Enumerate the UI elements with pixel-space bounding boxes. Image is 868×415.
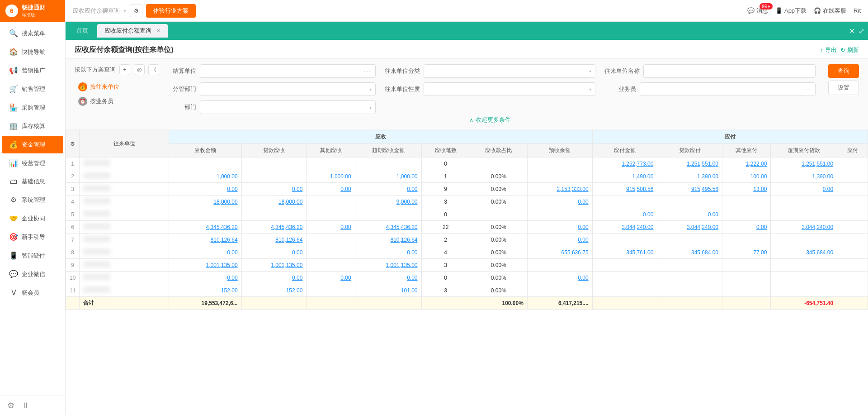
search-icon: 🔍 xyxy=(9,29,18,38)
partner-nature-input[interactable]: ▾ xyxy=(424,82,596,96)
basic-icon: 🗃 xyxy=(9,177,18,186)
logo-text: 畅捷通财 标准版 xyxy=(22,4,45,18)
topbar-right: 💬 消息 99+ 📱 App下载 🎧 在线客服 Rit xyxy=(747,7,861,15)
footer-pay-amount xyxy=(592,297,657,310)
filter-field-partner-name: 往来单位名称 xyxy=(604,64,816,78)
filter-tree-item-unit[interactable]: 💰 按往来单位 xyxy=(75,81,159,93)
tab-bar: 首页 应收应付余额查询 ✕ ✕ ⤢ xyxy=(66,22,868,40)
sidebar-item-marketing[interactable]: 📢 营销推广 xyxy=(2,62,63,79)
online-service-button[interactable]: 🎧 在线客服 xyxy=(814,7,846,15)
partner-name-label: 往来单位名称 xyxy=(604,67,640,75)
salesman-label: 业务员 xyxy=(604,85,636,93)
table-payable-group-header: 应付 xyxy=(592,130,868,144)
sidebar-item-guide[interactable]: 🎯 新手引导 xyxy=(2,228,63,246)
settings-icon[interactable]: ⚙ xyxy=(7,401,14,410)
tab-close-window-icon[interactable]: ✕ xyxy=(849,27,855,35)
filter-add-button[interactable]: + xyxy=(119,64,130,75)
topbar-left: 应收应付余额查询 ▾ ⚙ 体验行业方案 xyxy=(73,4,747,18)
sidebar-item-coop[interactable]: 🤝 企业协同 xyxy=(2,210,63,227)
sidebar-item-label: 快捷导航 xyxy=(22,48,45,56)
topbar: 应收应付余额查询 ▾ ⚙ 体验行业方案 💬 消息 99+ 📱 App下载 🎧 在… xyxy=(66,0,868,22)
sidebar-item-wechat[interactable]: 💬 企业微信 xyxy=(2,265,63,283)
export-button[interactable]: ↑ 导出 xyxy=(821,46,837,54)
main-content: 首页 应收应付余额查询 ✕ ✕ ⤢ 应收应付余额查询(按往来单位) ↑ 导出 ↻… xyxy=(66,22,868,415)
sidebar-item-nav[interactable]: 🏠 快捷导航 xyxy=(2,43,63,61)
refresh-icon: ↻ xyxy=(840,47,845,53)
partner-name-input[interactable] xyxy=(643,64,816,78)
filter-tree-item-staff[interactable]: ⏰ 按业务员 xyxy=(75,95,159,108)
footer-recv-prepay: 6,417,215.... xyxy=(527,297,592,310)
sidebar-bottom: ⚙ ⏸ xyxy=(0,396,65,415)
inventory-icon: 🏢 xyxy=(9,122,18,130)
sidebar-item-purchase[interactable]: 🏪 采购管理 xyxy=(2,99,63,116)
sidebar-item-fund[interactable]: 💰 资金管理 xyxy=(2,136,63,153)
settlement-input[interactable]: ··· xyxy=(200,64,376,78)
sidebar-item-search[interactable]: 🔍 搜索菜单 xyxy=(2,24,63,42)
settings-button[interactable]: 设置 xyxy=(828,81,859,95)
sidebar-item-basic[interactable]: 🗃 基础信息 xyxy=(2,173,63,190)
table-row: 30.000.000.000.0090.00%2,153,333.00915,5… xyxy=(66,183,868,196)
table-footer-row: 合计 19,553,472,6... 100.00% 6,417,215.... xyxy=(66,297,868,310)
footer-recv-total: 19,553,472,6... xyxy=(169,297,241,310)
tree-staff-icon: ⏰ xyxy=(78,97,87,106)
th-recv-ratio: 应收款占比 xyxy=(470,144,527,157)
sidebar-item-label: 销售管理 xyxy=(22,85,45,93)
tab-maximize-icon[interactable]: ⤢ xyxy=(859,27,864,35)
sidebar-item-label: 经营管理 xyxy=(22,159,45,167)
query-buttons: 查询 设置 xyxy=(828,64,859,95)
fund-icon: 💰 xyxy=(9,140,18,149)
operation-icon: 📊 xyxy=(9,159,18,167)
app-download-button[interactable]: 📱 App下载 xyxy=(775,7,807,15)
subdept-input[interactable]: ▾ xyxy=(200,100,376,114)
settlement-dots-icon: ··· xyxy=(364,68,372,75)
th-recv-other: 其他应收 xyxy=(307,144,355,157)
partner-nature-label: 往来单位性质 xyxy=(385,85,420,93)
partner-type-input[interactable]: ▾ xyxy=(424,64,596,78)
filter-fields: 结算单位 ··· 往来单位分类 ▾ xyxy=(165,64,816,124)
footer-recv-count xyxy=(421,297,470,310)
th-recv-loan: 贷款应收 xyxy=(241,144,307,157)
filter-field-salesman: 业务员 ··· xyxy=(604,82,816,96)
filter-area: 按以下方案查询 + ◎ 《 💰 按往来单位 ⏰ 按业务员 xyxy=(66,59,868,130)
tab-query[interactable]: 应收应付余额查询 ✕ xyxy=(97,24,168,38)
guide-icon: 🎯 xyxy=(9,233,18,241)
th-recv-overdue: 超期应收金额 xyxy=(355,144,421,157)
sidebar-item-operation[interactable]: 📊 经营管理 xyxy=(2,154,63,172)
sidebar-item-inventory[interactable]: 🏢 库存核算 xyxy=(2,117,63,135)
sidebar-item-label: 基础信息 xyxy=(22,177,45,186)
query-button[interactable]: 查询 xyxy=(828,64,859,78)
collapse-filter-button[interactable]: ∧ 收起更多条件 xyxy=(165,116,816,124)
table-receivable-group-header: 应收 xyxy=(169,130,592,144)
filter-field-subdept: 部门 ▾ xyxy=(165,100,376,114)
footer-pay-tail xyxy=(837,297,868,310)
dept-input[interactable]: ▾ xyxy=(200,82,376,96)
collapse-icon: ∧ xyxy=(469,117,474,124)
filter-collapse-button[interactable]: 《 xyxy=(148,64,159,75)
promo-button[interactable]: 体验行业方案 xyxy=(146,4,196,18)
sidebar-item-label: 资金管理 xyxy=(22,141,45,149)
table-settings-header[interactable]: ⚙ xyxy=(66,130,80,157)
sidebar-item-hardware[interactable]: 📱 智能硬件 xyxy=(2,247,63,264)
table-area[interactable]: ⚙ 往来单位 应收 应付 应收金额 贷款应收 其他应收 超期应收金额 应收笔数 … xyxy=(66,130,868,415)
table-row: 500.000.00 xyxy=(66,208,868,221)
tab-close-button[interactable]: ✕ xyxy=(156,28,160,34)
toggle-icon[interactable]: ⏸ xyxy=(22,401,30,410)
user-name[interactable]: Rit xyxy=(854,7,861,14)
refresh-button[interactable]: ↻ 刷新 xyxy=(840,46,859,54)
salesman-input[interactable]: ··· xyxy=(640,82,816,96)
coop-icon: 🤝 xyxy=(9,214,18,223)
subdept-chevron-icon: ▾ xyxy=(369,105,372,110)
sidebar-item-system[interactable]: ⚙ 系统管理 xyxy=(2,191,63,209)
partner-type-chevron-icon: ▾ xyxy=(589,69,591,74)
tree-item-label: 按往来单位 xyxy=(90,83,119,91)
sidebar-item-sales[interactable]: 🛒 销售管理 xyxy=(2,80,63,98)
table-row: 21,000.001,000.001,000.0010.00%1,490.001… xyxy=(66,170,868,183)
filter-field-settlement: 结算单位 ··· xyxy=(165,64,376,78)
filter-target-button[interactable]: ◎ xyxy=(134,64,145,75)
message-button[interactable]: 💬 消息 99+ xyxy=(747,7,768,15)
tab-home[interactable]: 首页 xyxy=(69,24,95,38)
sidebar-item-member[interactable]: Ⅴ 畅会员 xyxy=(2,284,63,301)
nav-icon: 🏠 xyxy=(9,48,18,56)
member-icon: Ⅴ xyxy=(9,288,18,297)
topbar-settings-button[interactable]: ⚙ xyxy=(130,5,142,17)
